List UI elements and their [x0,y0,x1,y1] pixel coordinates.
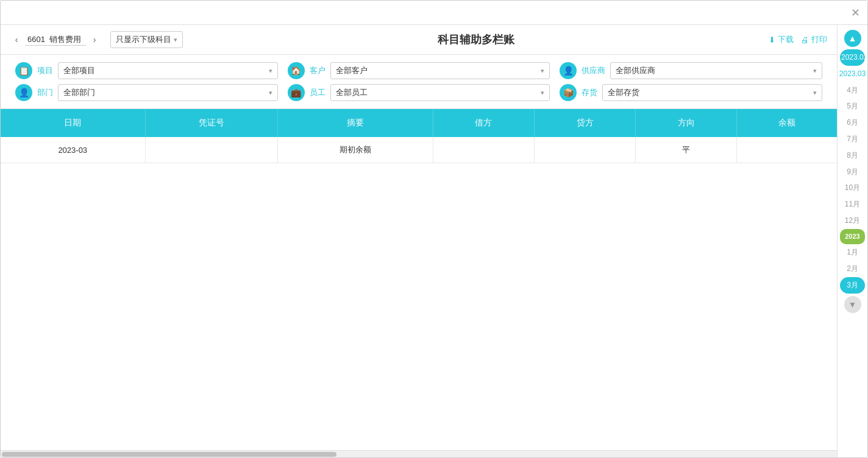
close-button[interactable]: ✕ [851,7,860,18]
sidebar-item-2023-03-top[interactable]: 2023.03 [840,49,865,66]
sidebar-item-2023-03-sub[interactable]: 2023.03 [838,66,867,82]
inventory-icon: 📦 [560,84,577,101]
col-debit: 借方 [433,109,534,137]
col-summary: 摘要 [278,109,433,137]
chevron-down-icon: ▾ [541,89,544,97]
sidebar-item-1[interactable]: 1月 [838,244,867,261]
filter-area: 📋 项目 全部项目 ▾ 🏠 客户 全部客户 ▾ 👤 [1,55,837,109]
chevron-down-icon: ▾ [813,67,817,75]
chevron-down-icon: ▾ [269,67,272,75]
sidebar-item-6[interactable]: 6月 [838,114,867,131]
print-label: 打印 [811,34,827,45]
col-voucher: 凭证号 [145,109,278,137]
main-content: ‹ › 只显示下级科目 ▾ 科目辅助多栏账 ⬇ 下载 🖨 打印 [1,25,867,457]
employee-icon: 💼 [288,84,305,101]
page-title: 科目辅助多栏账 [193,32,759,47]
cell-voucher [145,137,278,163]
title-bar: ✕ [1,1,867,25]
cell-summary: 期初余额 [278,137,433,163]
cell-direction: 平 [636,137,737,163]
scrollbar-thumb [2,452,336,457]
chevron-down-icon: ▾ [813,89,817,97]
supplier-label: 供应商 [582,65,605,76]
project-icon: 📋 [15,62,32,79]
chevron-down-icon: ▾ [174,36,177,44]
cell-balance [737,137,837,163]
filter-project: 📋 项目 全部项目 ▾ [10,60,283,82]
print-button[interactable]: 🖨 打印 [801,34,827,45]
right-sidebar: ▲ 2023.03 2023.03 4月 5月 6月 7月 8月 9月 10月 … [837,25,867,457]
customer-value: 全部客户 [336,65,368,76]
sidebar-item-11[interactable]: 11月 [838,196,867,213]
department-icon: 👤 [15,84,32,101]
ledger-table: 日期 凭证号 摘要 借方 贷方 方向 余额 2023-03 [1,109,837,163]
customer-select[interactable]: 全部客户 ▾ [330,62,550,79]
inventory-select[interactable]: 全部存货 ▾ [602,84,822,101]
inventory-label: 存货 [582,87,597,98]
customer-icon: 🏠 [288,62,305,79]
sidebar-item-5[interactable]: 5月 [838,98,867,114]
download-label: 下载 [778,34,794,45]
supplier-icon: 👤 [560,62,577,79]
sidebar-item-4[interactable]: 4月 [838,82,867,99]
filter-employee: 💼 员工 全部员工 ▾ [283,82,555,104]
sidebar-item-year-2023[interactable]: 2023 [840,229,865,244]
sidebar-item-12[interactable]: 12月 [838,213,867,229]
customer-label: 客户 [310,65,326,76]
employee-label: 员工 [310,87,326,98]
filter-department: 👤 部门 全部部门 ▾ [10,82,283,104]
chevron-down-icon: ▾ [541,67,544,75]
action-buttons: ⬇ 下载 🖨 打印 [769,34,827,45]
horizontal-scrollbar[interactable] [1,450,837,457]
download-button[interactable]: ⬇ 下载 [769,34,794,45]
toolbar: ‹ › 只显示下级科目 ▾ 科目辅助多栏账 ⬇ 下载 🖨 打印 [1,25,837,55]
department-value: 全部部门 [63,87,95,98]
sidebar-item-2[interactable]: 2月 [838,261,867,277]
sidebar-item-3-active[interactable]: 3月 [840,277,865,294]
inventory-value: 全部存货 [608,87,639,98]
employee-select[interactable]: 全部员工 ▾ [330,84,550,101]
left-panel: ‹ › 只显示下级科目 ▾ 科目辅助多栏账 ⬇ 下载 🖨 打印 [1,25,837,457]
sidebar-item-8[interactable]: 8月 [838,147,867,164]
sidebar-down-button[interactable]: ▼ [844,296,861,313]
project-label: 项目 [37,65,53,76]
sidebar-item-9[interactable]: 9月 [838,164,867,180]
account-input[interactable] [25,33,86,46]
sidebar-item-7[interactable]: 7月 [838,131,867,147]
cell-credit [535,137,636,163]
table-row: 2023-03 期初余额 平 [1,137,837,163]
filter-inventory: 📦 存货 全部存货 ▾ [555,82,827,104]
supplier-select[interactable]: 全部供应商 ▾ [610,62,822,79]
filter-customer: 🏠 客户 全部客户 ▾ [283,60,555,82]
col-date: 日期 [1,109,145,137]
nav-area: ‹ › [10,33,101,46]
employee-value: 全部员工 [336,87,368,98]
project-value: 全部项目 [63,65,95,76]
col-balance: 余额 [737,109,837,137]
prev-account-button[interactable]: ‹ [10,33,23,46]
cell-date: 2023-03 [1,137,145,163]
chevron-down-icon: ▾ [269,89,272,97]
show-sublevel-dropdown[interactable]: 只显示下级科目 ▾ [110,31,183,48]
print-icon: 🖨 [801,35,809,44]
show-sublevel-label: 只显示下级科目 [116,34,171,45]
project-select[interactable]: 全部项目 ▾ [58,62,278,79]
next-account-button[interactable]: › [88,33,101,46]
sidebar-item-10[interactable]: 10月 [838,180,867,196]
table-container: 日期 凭证号 摘要 借方 贷方 方向 余额 2023-03 [1,109,837,450]
sidebar-up-button[interactable]: ▲ [844,30,861,47]
col-direction: 方向 [636,109,737,137]
download-icon: ⬇ [769,35,775,44]
main-window: ✕ ‹ › 只显示下级科目 ▾ 科目辅助多栏账 ⬇ 下载 [0,0,868,458]
department-select[interactable]: 全部部门 ▾ [58,84,278,101]
filter-supplier: 👤 供应商 全部供应商 ▾ [555,60,827,82]
department-label: 部门 [37,87,53,98]
cell-debit [433,137,534,163]
supplier-value: 全部供应商 [616,65,655,76]
col-credit: 贷方 [535,109,636,137]
